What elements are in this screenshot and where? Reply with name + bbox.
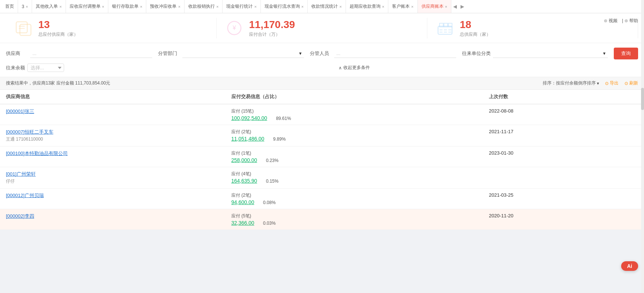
supplier-link[interactable]: [000002]李四	[6, 213, 34, 219]
nav-tab-bank-deposit-label: 银行存取款单	[112, 3, 139, 10]
supplier-link[interactable]: [000012]广州贝瑞	[6, 193, 44, 198]
nav-tab-other-income[interactable]: 其他收入单 ×	[32, 0, 66, 13]
tx-percent: 89.61%	[276, 116, 291, 121]
table-cell-lastpay: 2021-11-17	[483, 125, 644, 146]
video-link[interactable]: ⊙ 视频	[604, 18, 617, 24]
close-icon[interactable]: ×	[382, 4, 384, 9]
transaction-info: 应付 (1笔) 258,000.00 0.23%	[231, 150, 477, 163]
tx-amount[interactable]: 100,092,540.00	[231, 115, 267, 121]
close-icon[interactable]: ×	[411, 4, 413, 9]
filter-row-1: 供应商 分管部门 ▾ 分管人员 往来单位分类 ▾ 查询	[6, 48, 638, 59]
nav-tab-supplier-ledger[interactable]: 供应商账本 ×	[418, 0, 451, 13]
close-icon[interactable]: ×	[254, 4, 256, 9]
scrollbar-track	[641, 0, 644, 230]
export-button[interactable]: ⊙ 导出	[605, 80, 619, 86]
export-label: 导出	[610, 80, 619, 86]
supplier-link[interactable]: [000007]恒旺二手叉车	[6, 129, 53, 135]
close-icon[interactable]: ×	[140, 4, 142, 9]
table-cell-transaction: 应付 (1笔) 258,000.00 0.23%	[225, 146, 483, 167]
query-button[interactable]: 查询	[614, 48, 638, 59]
tx-amount[interactable]: 11,051,486.00	[231, 136, 265, 142]
nav-tab-other-income-label: 其他收入单	[36, 3, 58, 10]
transaction-info: 应付 (15笔) 100,092,540.00 89.61%	[231, 108, 477, 121]
stat-label-total-suppliers: 总供应商（家）	[460, 31, 491, 38]
table-cell-transaction: 应付 (2笔) 11,051,486.00 9.89%	[225, 125, 483, 146]
filter-item-category: 往来单位分类 ▾	[462, 49, 608, 58]
supplier-link[interactable]: [000100]本特勤油品有限公司	[6, 151, 68, 156]
transaction-info: 应付 (2笔) 94,600.00 0.08%	[231, 192, 477, 205]
nav-left-arrow[interactable]: ◀	[451, 0, 459, 13]
col-header-supplier: 供应商信息	[0, 90, 225, 104]
supplier-link[interactable]: [000001]张三	[6, 108, 34, 114]
table-cell-transaction: 应付 (15笔) 100,092,540.00 89.61%	[225, 104, 483, 125]
close-icon[interactable]: ×	[102, 4, 104, 9]
stat-label-total-payable: 应付合计（万）	[249, 31, 295, 38]
sort-button[interactable]: 排序：按应付余额倒序排序 ▾	[543, 80, 599, 86]
table-cell-lastpay	[483, 167, 644, 189]
category-filter-select[interactable]: ▾	[493, 49, 608, 58]
department-filter-label: 分管部门	[158, 50, 180, 57]
department-filter-select[interactable]: ▾	[182, 49, 304, 58]
tx-amount[interactable]: 258,000.00	[231, 157, 257, 163]
close-icon[interactable]: ×	[178, 4, 180, 9]
table-cell-lastpay: 2021-03-25	[483, 189, 644, 209]
supplier-filter-input[interactable]	[30, 49, 152, 58]
close-icon[interactable]: ×	[59, 4, 62, 9]
help-link[interactable]: | ⊙ 帮助	[622, 18, 638, 24]
nav-tab-cash-bank-flow[interactable]: 现金银行流水查询 ×	[261, 0, 308, 13]
tx-amount[interactable]: 164,635.90	[231, 178, 257, 184]
nav-tab-collection-exec[interactable]: 收款核销执行 ×	[185, 0, 223, 13]
close-icon[interactable]: ×	[301, 4, 304, 9]
stat-item-total-payable: ¥ 11,170.39 应付合计（万）	[217, 18, 427, 38]
nav-tab-cash-bank-stats[interactable]: 现金银行统计 ×	[223, 0, 260, 13]
nav-tab-home[interactable]: 首页	[1, 0, 18, 13]
tx-label: 应付 (1笔)	[231, 150, 477, 156]
table-cell-supplier: [000001]张三	[0, 104, 225, 125]
col-header-lastpay: 上次付数	[483, 90, 644, 104]
table-row: [000001]张三 应付 (15笔) 100,092,540.00 89.61…	[0, 104, 644, 125]
svg-rect-0	[16, 22, 27, 33]
stats-bar: 13 总应付供应商（家） ¥ 11,170.39 应付合计（万）	[0, 13, 644, 43]
collapse-label: 收起更多条件	[343, 65, 370, 71]
refresh-button[interactable]: ⊙ 刷新	[624, 80, 638, 86]
nav-tab-overdue-ar[interactable]: 超期应收款查询 ×	[346, 0, 388, 13]
table-header-row: 供应商信息 应付交易信息（占比） 上次付数	[0, 90, 644, 104]
close-icon[interactable]: ×	[445, 4, 447, 9]
stat-text-total-suppliers: 18 总供应商（家）	[460, 18, 491, 38]
close-icon[interactable]: ×	[339, 4, 342, 9]
nav-tab-customer-ledger[interactable]: 客户账本 ×	[388, 0, 417, 13]
stat-number-total-payable: 11,170.39	[249, 18, 295, 31]
nav-tab-supplier-ledger-label: 供应商账本	[421, 3, 444, 10]
nav-tab-bank-deposit[interactable]: 银行存取款单 ×	[108, 0, 146, 13]
stat-text-suppliers-payable: 13 总应付供应商（家）	[38, 18, 78, 38]
nav-tab-3[interactable]: 3 ×	[18, 0, 32, 13]
table-cell-transaction: 应付 (2笔) 94,600.00 0.08%	[225, 189, 483, 209]
supplier-filter-label: 供应商	[6, 50, 28, 57]
nav-tab-ar-ap-adjust[interactable]: 应收应付调整单 ×	[66, 0, 108, 13]
table-row: [000100]本特勤油品有限公司 应付 (1笔) 258,000.00 0.2…	[0, 146, 644, 167]
nav-tab-advance-receipt[interactable]: 预收冲应收单 ×	[146, 0, 184, 13]
nav-tab-cash-bank-flow-label: 现金银行流水查询	[265, 3, 300, 10]
nav-tab-advance-receipt-label: 预收冲应收单	[150, 3, 176, 10]
nav-right-arrow[interactable]: ▶	[459, 0, 466, 13]
collapse-button[interactable]: ∧ 收起更多条件	[339, 63, 370, 72]
filter-item-manager: 分管人员	[310, 49, 456, 58]
table-cell-supplier: [000100]本特勤油品有限公司	[0, 146, 225, 167]
close-icon[interactable]: ×	[26, 4, 28, 9]
svg-text:¥: ¥	[232, 25, 236, 31]
close-icon[interactable]: ×	[216, 4, 218, 9]
scrollbar-thumb[interactable]	[641, 88, 644, 110]
tx-amount[interactable]: 32,366.00	[231, 220, 254, 226]
tx-amount[interactable]: 94,600.00	[231, 199, 254, 205]
tx-label: 应付 (4笔)	[231, 171, 477, 177]
nav-tab-cash-bank-stats-label: 现金银行统计	[226, 3, 253, 10]
manager-filter-input[interactable]	[334, 49, 456, 58]
stat-number-suppliers-payable: 13	[38, 18, 78, 31]
balance-filter-item: 往来余额 选择...	[6, 63, 64, 72]
top-right-links: ⊙ 视频 | ⊙ 帮助	[604, 18, 638, 24]
refresh-label: 刷新	[629, 80, 638, 86]
balance-filter-select[interactable]: 选择...	[27, 63, 64, 72]
supplier-link[interactable]: [001]广州荣轩	[6, 171, 36, 177]
table-cell-supplier: [001]广州荣轩仔仔	[0, 167, 225, 189]
nav-tab-collection-stats[interactable]: 收款情况统计 ×	[308, 0, 346, 13]
